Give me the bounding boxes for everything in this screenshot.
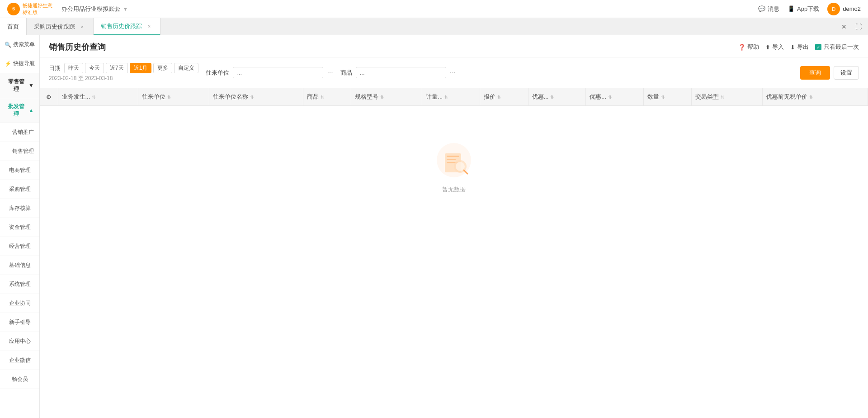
th-trade-type[interactable]: 交易类型 ⇅ <box>692 88 763 106</box>
logo-area[interactable]: 6 畅捷通好生意 标准版 <box>7 2 52 15</box>
app-title-dropdown-icon[interactable]: ▼ <box>123 6 128 12</box>
sidebar-enterprise-label: 企业协同 <box>9 299 31 307</box>
logo-text: 畅捷通好生意 标准版 <box>23 2 52 15</box>
product-dots[interactable]: ··· <box>450 69 456 77</box>
sidebar-item-enterprise[interactable]: 企业协同 <box>0 294 39 313</box>
date-btn-1month[interactable]: 近1月 <box>130 63 152 73</box>
avatar: D <box>827 3 840 15</box>
main-layout: 🔍 搜索菜单 ⚡ 快捷导航 零售管理 ▼ 批发管理 ▲ 营销推广 销售管理 电商… <box>0 35 868 418</box>
sidebar-item-purchase[interactable]: 采购管理 <box>0 180 39 199</box>
sidebar-item-wholesale-mgmt[interactable]: 批发管理 ▲ <box>0 98 39 123</box>
fullscreen-button[interactable]: ⛶ <box>854 22 863 32</box>
th-settings[interactable]: ⚙ <box>40 88 58 106</box>
tab-bar-actions: ✕ ⛶ <box>839 22 868 32</box>
filter-actions: 查询 设置 <box>800 66 859 80</box>
export-button[interactable]: ⬇ 导出 <box>790 43 809 51</box>
filter-area: 日期 昨天 今天 近7天 近1月 更多 自定义 2023-02-18 至 202… <box>40 57 868 88</box>
sidebar-wholesale-label: 批发管理 <box>5 103 27 118</box>
th-unit[interactable]: 计量... ⇅ <box>422 88 480 106</box>
counterpart-dots[interactable]: ··· <box>327 69 333 77</box>
sidebar-item-guide[interactable]: 新手引导 <box>0 313 39 332</box>
last-only-checkbox-area[interactable]: 只看最后一次 <box>815 43 859 51</box>
sidebar-purchase-label: 采购管理 <box>9 185 31 193</box>
th-pretax-price[interactable]: 优惠前无税单价 ⇅ <box>763 88 868 106</box>
sidebar-system-label: 系统管理 <box>9 280 31 288</box>
message-button[interactable]: 💬 消息 <box>758 5 779 13</box>
sidebar-vip-label: 畅会员 <box>12 375 28 383</box>
app-download-icon: 📱 <box>788 5 795 12</box>
sidebar-item-app-center[interactable]: 应用中心 <box>0 332 39 351</box>
tab-sales-close-icon[interactable]: × <box>146 23 153 30</box>
th-qty[interactable]: 数量 ⇅ <box>643 88 692 106</box>
table-area: ⚙ 业务发生... ⇅ 往来单位 ⇅ <box>40 88 868 418</box>
sidebar-item-ecommerce[interactable]: 电商管理 <box>0 161 39 180</box>
tab-bar: 首页 采购历史价跟踪 × 销售历史价跟踪 × ✕ ⛶ <box>0 18 868 35</box>
import-button[interactable]: ⬆ 导入 <box>765 43 784 51</box>
app-download-button[interactable]: 📱 App下载 <box>788 5 819 13</box>
th-product[interactable]: 商品 ⇅ <box>303 88 351 106</box>
settings-button[interactable]: 设置 <box>834 66 859 80</box>
sidebar-item-vip[interactable]: 畅会员 <box>0 370 39 389</box>
tab-home[interactable]: 首页 <box>0 18 27 35</box>
last-only-checkbox[interactable] <box>815 44 821 50</box>
date-section: 日期 昨天 今天 近7天 近1月 更多 自定义 2023-02-18 至 202… <box>49 63 198 82</box>
logo-icon: 6 <box>7 3 20 15</box>
query-button[interactable]: 查询 <box>800 66 830 80</box>
date-btn-yesterday[interactable]: 昨天 <box>64 63 83 73</box>
help-button[interactable]: ❓ 帮助 <box>738 43 759 51</box>
th-counterpart-name[interactable]: 往来单位名称 ⇅ <box>209 88 303 106</box>
th-spec[interactable]: 规格型号 ⇅ <box>351 88 422 106</box>
message-icon: 💬 <box>758 5 765 12</box>
sidebar-item-sales-mgmt[interactable]: 销售管理 <box>0 142 39 161</box>
sidebar-item-marketing[interactable]: 营销推广 <box>0 123 39 142</box>
sidebar-item-system[interactable]: 系统管理 <box>0 275 39 294</box>
sidebar-item-retail-mgmt[interactable]: 零售管理 ▼ <box>0 73 39 98</box>
sidebar-item-operations[interactable]: 经营管理 <box>0 237 39 256</box>
date-btn-7days[interactable]: 近7天 <box>106 63 128 73</box>
th-discount2[interactable]: 优惠... ⇅ <box>586 88 644 106</box>
sidebar-search-label: 搜索菜单 <box>13 41 35 48</box>
date-filter-group: 日期 昨天 今天 近7天 近1月 更多 自定义 <box>49 63 198 73</box>
svg-rect-3 <box>447 159 456 160</box>
sort-icon-qty: ⇅ <box>661 95 665 100</box>
sidebar-ecommerce-label: 电商管理 <box>9 166 31 174</box>
empty-state: 暂无数据 <box>40 106 868 230</box>
sidebar-item-basic-info[interactable]: 基础信息 <box>0 256 39 275</box>
product-filter-group: 商品 ··· <box>340 67 456 78</box>
content-area: 销售历史价查询 ❓ 帮助 ⬆ 导入 ⬇ 导出 只看最后一次 <box>40 35 868 418</box>
export-icon: ⬇ <box>790 44 795 51</box>
retail-chevron-icon: ▼ <box>28 82 34 89</box>
sidebar-item-search-menu[interactable]: 🔍 搜索菜单 <box>0 35 39 54</box>
counterpart-input[interactable] <box>233 67 323 78</box>
product-input[interactable] <box>356 67 446 78</box>
data-table: ⚙ 业务发生... ⇅ 往来单位 ⇅ <box>40 88 868 106</box>
counterpart-label: 往来单位 <box>206 69 229 77</box>
th-discount1[interactable]: 优惠... ⇅ <box>528 88 586 106</box>
tab-sales-history[interactable]: 销售历史价跟踪 × <box>94 18 160 35</box>
wholesale-chevron-icon: ▲ <box>28 107 34 114</box>
table-settings-icon[interactable]: ⚙ <box>46 94 52 100</box>
sidebar-item-quick-nav[interactable]: ⚡ 快捷导航 <box>0 54 39 73</box>
date-btn-today[interactable]: 今天 <box>85 63 104 73</box>
sort-icon-pretax-price: ⇅ <box>809 95 813 100</box>
sidebar-item-finance[interactable]: 资金管理 <box>0 218 39 237</box>
username: demo2 <box>843 5 861 12</box>
sidebar-operations-label: 经营管理 <box>9 242 31 250</box>
th-counterpart-code[interactable]: 往来单位 ⇅ <box>138 88 209 106</box>
date-range-text: 2023-02-18 至 2023-03-18 <box>49 75 198 82</box>
page-title: 销售历史价查询 <box>49 42 106 52</box>
date-btn-custom[interactable]: 自定义 <box>174 63 198 73</box>
th-biz-date[interactable]: 业务发生... ⇅ <box>58 88 138 106</box>
date-btn-more[interactable]: 更多 <box>153 63 172 73</box>
app-title-area: 办公用品行业模拟账套 ▼ <box>61 5 128 13</box>
tab-purchase-history[interactable]: 采购历史价跟踪 × <box>27 18 94 35</box>
close-all-tabs-button[interactable]: ✕ <box>839 22 849 32</box>
user-area[interactable]: D demo2 <box>827 3 861 15</box>
sidebar-item-inventory[interactable]: 库存核算 <box>0 199 39 218</box>
empty-text: 暂无数据 <box>442 185 466 194</box>
th-quote[interactable]: 报价 ⇅ <box>480 88 528 106</box>
sidebar-quick-nav-label: 快捷导航 <box>13 60 35 67</box>
sidebar-item-wechat[interactable]: 企业微信 <box>0 351 39 370</box>
nav-icon: ⚡ <box>5 61 11 67</box>
tab-purchase-close-icon[interactable]: × <box>79 23 86 30</box>
